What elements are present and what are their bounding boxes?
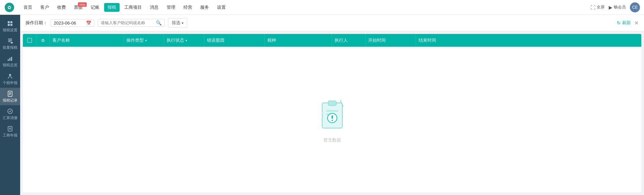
th-checkbox[interactable] xyxy=(23,34,36,47)
svg-rect-28 xyxy=(332,115,333,119)
svg-rect-4 xyxy=(8,24,10,26)
search-wrap: 🔍 xyxy=(98,19,165,27)
sidebar-item-annual-report[interactable]: 工商年报 xyxy=(0,123,20,140)
th-end-time: 结束时间 xyxy=(416,34,456,47)
th-start-time: 开始时间 xyxy=(366,34,416,47)
nav-item-customer[interactable]: 客户 xyxy=(37,3,52,12)
table-container: ⚙ 客户名称 操作类型 ▾ 执行状态 ▾ 错误股因 税种 xyxy=(23,34,641,192)
main-layout: 报税设置 + 批量报税 报税总览 xyxy=(0,15,644,195)
filter-button[interactable]: 筛选 ▾ xyxy=(168,18,187,28)
new-badge: new xyxy=(78,2,87,7)
svg-point-29 xyxy=(332,120,333,121)
svg-rect-5 xyxy=(10,24,12,26)
svg-point-14 xyxy=(9,74,11,76)
svg-rect-7 xyxy=(8,40,12,41)
content-area: 操作日期： 📅 🔍 筛选 ▾ ↻ 刷新 ✕ xyxy=(20,15,644,195)
fullscreen-icon: ⛶ xyxy=(591,5,595,10)
th-gear[interactable]: ⚙ xyxy=(36,34,50,47)
search-icon[interactable]: 🔍 xyxy=(156,20,162,26)
top-nav-right: ⛶ 全屏 ▶ 畅会员 CE xyxy=(591,2,640,12)
sidebar-item-tax-overview[interactable]: 报税总览 xyxy=(0,52,20,70)
select-all-checkbox[interactable] xyxy=(27,38,32,43)
search-input[interactable] xyxy=(101,21,155,25)
nav-item-manage[interactable]: 管理 xyxy=(163,3,179,12)
sidebar-label-annual-report: 工商年报 xyxy=(3,133,17,138)
top-nav-menu: 首页 客户 收费 票据 new 记账 报税 工商项目 消息 管理 经营 服务 设… xyxy=(20,3,591,12)
sidebar-label-tax-records: 报税记录 xyxy=(3,98,17,103)
svg-rect-6 xyxy=(8,39,12,39)
sidebar-item-annual-settlement[interactable]: 汇算清缴 xyxy=(0,105,20,123)
sidebar-label-tax-overview: 报税总览 xyxy=(3,63,17,67)
svg-rect-2 xyxy=(8,21,10,23)
sidebar-label-tax-settings: 报税设置 xyxy=(3,28,17,32)
nav-item-tax[interactable]: 报税 xyxy=(104,3,120,12)
sidebar-label-batch-tax: 批量报税 xyxy=(3,45,17,50)
th-tax-type: 税种 xyxy=(265,34,332,47)
th-exec-status[interactable]: 执行状态 ▾ xyxy=(164,34,204,47)
svg-rect-16 xyxy=(9,92,11,93)
refresh-button[interactable]: ↻ 刷新 xyxy=(617,20,631,26)
svg-rect-3 xyxy=(10,21,12,23)
sidebar-item-personal-tax[interactable]: 个税申报 xyxy=(0,70,20,88)
svg-rect-18 xyxy=(9,94,10,95)
th-executor: 执行人 xyxy=(332,34,366,47)
empty-text: 暂无数据 xyxy=(324,137,341,143)
gear-icon: ⚙ xyxy=(41,38,45,43)
svg-rect-8 xyxy=(8,41,11,42)
sidebar-item-tax-records[interactable]: 报税记录 xyxy=(0,88,20,105)
sort-icon-operation: ▾ xyxy=(145,39,147,42)
empty-illustration xyxy=(315,96,349,133)
toolbar: 操作日期： 📅 🔍 筛选 ▾ ↻ 刷新 ✕ xyxy=(20,15,644,31)
svg-text:✿: ✿ xyxy=(7,5,11,10)
th-error-reason: 错误股因 xyxy=(204,34,265,47)
nav-item-invoice[interactable]: 票据 new xyxy=(71,3,86,12)
date-input[interactable] xyxy=(54,21,84,26)
nav-item-business2[interactable]: 经营 xyxy=(180,3,196,12)
nav-item-business[interactable]: 工商项目 xyxy=(121,3,145,12)
calendar-icon: 📅 xyxy=(86,21,91,26)
batch-tax-icon: + xyxy=(7,38,13,44)
empty-state: 暂无数据 xyxy=(23,47,641,192)
member-button[interactable]: ▶ 畅会员 xyxy=(609,4,626,10)
annual-report-icon xyxy=(7,125,13,132)
sidebar-item-batch-tax[interactable]: + 批量报税 xyxy=(0,35,20,52)
svg-rect-12 xyxy=(9,58,10,61)
th-operation-type[interactable]: 操作类型 ▾ xyxy=(124,34,164,47)
svg-point-33 xyxy=(321,119,322,120)
svg-text:+: + xyxy=(11,42,12,44)
close-button[interactable]: ✕ xyxy=(634,20,639,26)
annual-settlement-icon xyxy=(7,108,13,115)
nav-item-message[interactable]: 消息 xyxy=(146,3,162,12)
th-customer-name: 客户名称 xyxy=(50,34,124,47)
date-picker[interactable]: 📅 xyxy=(51,19,94,27)
refresh-icon: ↻ xyxy=(617,20,621,26)
tax-overview-icon xyxy=(7,55,13,62)
nav-item-fee[interactable]: 收费 xyxy=(54,3,69,12)
sidebar: 报税设置 + 批量报税 报税总览 xyxy=(0,15,20,195)
chevron-down-icon: ▾ xyxy=(182,21,183,25)
svg-rect-24 xyxy=(328,101,336,106)
fullscreen-button[interactable]: ⛶ 全屏 xyxy=(591,4,605,10)
tax-settings-icon xyxy=(7,20,13,27)
nav-item-service[interactable]: 服务 xyxy=(197,3,212,12)
svg-point-32 xyxy=(322,112,324,114)
avatar[interactable]: CE xyxy=(630,2,640,12)
svg-rect-13 xyxy=(11,57,12,61)
svg-rect-25 xyxy=(326,110,338,112)
nav-item-bookkeeping[interactable]: 记账 xyxy=(87,3,103,12)
tax-records-icon xyxy=(7,90,13,97)
sidebar-item-tax-settings[interactable]: 报税设置 xyxy=(0,17,20,35)
app-logo[interactable]: ✿ xyxy=(4,2,15,13)
sidebar-label-personal-tax: 个税申报 xyxy=(3,81,17,85)
nav-item-settings[interactable]: 设置 xyxy=(214,3,229,12)
svg-marker-31 xyxy=(340,100,342,101)
table-scroll-area: 暂无数据 xyxy=(23,47,641,192)
svg-rect-17 xyxy=(9,93,11,94)
svg-rect-11 xyxy=(8,59,9,61)
top-nav: ✿ 首页 客户 收费 票据 new 记账 报税 工商项目 消息 管理 经营 服务… xyxy=(0,0,644,15)
svg-rect-21 xyxy=(9,128,11,128)
member-icon: ▶ xyxy=(609,5,612,10)
nav-item-home[interactable]: 首页 xyxy=(20,3,36,12)
sidebar-label-annual-settlement: 汇算清缴 xyxy=(3,116,17,120)
sort-icon-status: ▾ xyxy=(185,39,187,42)
